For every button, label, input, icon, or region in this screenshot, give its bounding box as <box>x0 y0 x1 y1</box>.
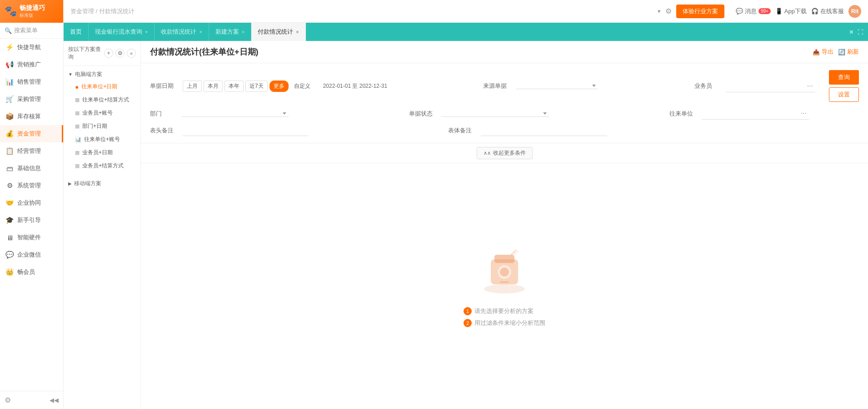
export-icon: 📤 <box>813 49 820 56</box>
query-btn[interactable]: 查询 <box>829 70 859 85</box>
sidebar-footer: ⚙ ◀◀ <box>0 391 63 409</box>
empty-state: 1 请先选择要分析的方案 2 用过滤条件来缩小分析范围 <box>141 163 868 409</box>
source-select[interactable] <box>516 83 598 89</box>
date-btn-more[interactable]: 更多 <box>269 81 289 92</box>
user-avatar[interactable]: Rit <box>848 5 861 18</box>
desktop-group-title[interactable]: ▼ 电脑端方案 <box>64 69 140 80</box>
sidebar-item-system[interactable]: ⚙ 系统管理 <box>0 177 63 194</box>
sidebar-item-cooperation[interactable]: 🤝 企业协同 <box>0 194 63 212</box>
voucher-status-select[interactable] <box>442 111 549 117</box>
scheme-item-label: 部门+日期 <box>82 122 107 130</box>
scheme-item-unit-settle[interactable]: ▦ 往来单位+结算方式 <box>64 93 140 106</box>
tip-text-2: 用过滤条件来缩小分析范围 <box>474 319 545 327</box>
filter-row-2: 部门 单据状态 往来单位 ··· <box>150 107 859 120</box>
app-download-btn[interactable]: 📱 App下载 <box>775 7 807 15</box>
sidebar-item-label: 营销推广 <box>17 61 41 69</box>
tab-receipts-stat[interactable]: 收款情况统计 × <box>155 23 209 41</box>
sidebar-item-business[interactable]: 📋 经营管理 <box>0 142 63 160</box>
scheme-item-staff-account[interactable]: ▦ 业务员+账号 <box>64 106 140 120</box>
filter-settings-btn[interactable]: 设置 <box>829 87 859 102</box>
sidebar-item-quick-nav[interactable]: ⚡ 快捷导航 <box>0 39 63 56</box>
note-body-input[interactable] <box>483 127 604 134</box>
trial-btn[interactable]: 体验行业方案 <box>676 5 724 18</box>
tab-new-plan[interactable]: 新建方案 × <box>209 23 251 41</box>
filter-row-1: 单据日期 上月 本月 本年 近7天 更多 自定义 2022-01-01 至 20… <box>150 70 859 102</box>
add-scheme-btn[interactable]: + <box>104 49 113 58</box>
guide-icon: 🎓 <box>5 216 14 224</box>
tab-new-plan-close[interactable]: × <box>242 29 244 35</box>
collapse-conditions-btn[interactable]: ∧∧ 收起更多条件 <box>477 147 533 159</box>
sidebar-item-label: 系统管理 <box>17 182 41 190</box>
scheme-item-unit-date[interactable]: ● 往来单位+日期 <box>64 80 140 93</box>
main-content: 资金管理 / 付款情况统计 ▾ ⚙ 体验行业方案 💬 消息 99+ 📱 App下… <box>64 0 868 409</box>
filter-area: 单据日期 上月 本月 本年 近7天 更多 自定义 2022-01-01 至 20… <box>141 63 868 143</box>
date-btn-this-year[interactable]: 本年 <box>224 81 244 92</box>
sidebar-item-weixin[interactable]: 💬 企业微信 <box>0 246 63 263</box>
scheme-group-desktop: ▼ 电脑端方案 ● 往来单位+日期 ▦ 往来单位+结算方式 ▦ 业务员+账号 ▦ <box>64 66 140 175</box>
tab-home[interactable]: 首页 <box>64 23 89 41</box>
tab-bank-flow[interactable]: 现金银行流水查询 × <box>89 23 155 41</box>
date-range-display: 2022-01-01 至 2022-12-31 <box>323 82 387 90</box>
tab-bank-flow-label: 现金银行流水查询 <box>95 28 142 36</box>
sidebar-item-purchase[interactable]: 🛒 采购管理 <box>0 91 63 108</box>
dept-select[interactable] <box>182 111 289 117</box>
sidebar-item-inventory[interactable]: 📦 库存核算 <box>0 108 63 125</box>
online-service-btn[interactable]: 🎧 在线客服 <box>811 7 844 15</box>
empty-illustration <box>477 246 532 302</box>
tabbar-expand-icon[interactable]: ⛶ <box>858 29 863 35</box>
sidebar-item-basic-info[interactable]: 🗃 基础信息 <box>0 160 63 177</box>
scheme-item-staff-date[interactable]: ▦ 业务员+日期 <box>64 146 140 159</box>
tab-payment-stat-close[interactable]: × <box>296 29 299 35</box>
service-label: 在线客服 <box>820 7 844 15</box>
mobile-group-title[interactable]: ▶ 移动端方案 <box>64 178 140 189</box>
partner-dots[interactable]: ··· <box>801 109 807 117</box>
mobile-group-label: 移动端方案 <box>74 180 101 187</box>
date-btn-this-month[interactable]: 本月 <box>204 81 223 92</box>
tab-payment-stat-label: 付款情况统计 <box>258 28 293 36</box>
note-head-input[interactable] <box>185 127 306 134</box>
scheme-item-dept-date[interactable]: ▦ 部门+日期 <box>64 120 140 133</box>
date-btn-last-month[interactable]: 上月 <box>183 81 202 92</box>
refresh-btn[interactable]: 🔄 刷新 <box>838 48 859 56</box>
tip-text-1: 请先选择要分析的方案 <box>474 307 534 315</box>
tab-receipts-stat-close[interactable]: × <box>199 29 202 35</box>
refresh-icon: 🔄 <box>838 49 845 56</box>
voucher-date-label: 单据日期 <box>150 82 174 90</box>
tabbar-end: ✕ ⛶ <box>844 23 868 41</box>
sidebar-item-guide[interactable]: 🎓 新手引导 <box>0 212 63 229</box>
topbar-dropdown-icon[interactable]: ▾ <box>658 8 661 15</box>
sidebar-search[interactable]: 🔍 搜索菜单 <box>0 23 63 39</box>
tab-bank-flow-close[interactable]: × <box>145 29 148 35</box>
svg-line-6 <box>511 250 516 255</box>
panel-collapse-btn[interactable]: « <box>127 49 136 58</box>
scheme-item-unit-account[interactable]: 📊 往来单位+账号 <box>64 133 140 146</box>
right-content: 付款情况统计(往来单位+日期) 📤 导出 🔄 刷新 单据日期 <box>141 41 868 409</box>
scheme-item-staff-settle[interactable]: ▦ 业务员+结算方式 <box>64 159 140 172</box>
export-btn[interactable]: 📤 导出 <box>813 48 833 56</box>
sidebar-item-vip[interactable]: 👑 畅会员 <box>0 263 63 281</box>
sidebar-collapse-icon[interactable]: ◀◀ <box>50 397 59 404</box>
sidebar-item-capital[interactable]: 💰 资金管理 <box>0 125 63 142</box>
staff-input[interactable] <box>728 82 805 89</box>
message-btn[interactable]: 💬 消息 99+ <box>736 7 771 15</box>
date-btn-custom[interactable]: 自定义 <box>290 81 314 91</box>
desktop-group-arrow: ▼ <box>68 72 73 77</box>
svg-rect-2 <box>494 255 514 263</box>
partner-input[interactable] <box>704 110 798 117</box>
sidebar-item-hardware[interactable]: 🖥 智能硬件 <box>0 229 63 246</box>
desktop-group-label: 电脑端方案 <box>75 71 102 78</box>
page-header-actions: 📤 导出 🔄 刷新 <box>813 48 859 56</box>
sidebar-item-sales[interactable]: 📊 销售管理 <box>0 73 63 91</box>
topbar-settings-icon[interactable]: ⚙ <box>665 7 672 15</box>
date-btn-last-7[interactable]: 近7天 <box>245 81 268 92</box>
service-icon: 🎧 <box>811 8 818 15</box>
scheme-settings-btn[interactable]: ⚙ <box>115 49 125 58</box>
staff-dots[interactable]: ··· <box>807 82 813 90</box>
sidebar-settings-icon[interactable]: ⚙ <box>5 396 11 404</box>
sidebar-item-label: 资金管理 <box>17 130 41 138</box>
tabbar-close-all-icon[interactable]: ✕ <box>849 29 854 35</box>
collapse-label: 收起更多条件 <box>493 149 526 157</box>
tab-payment-stat[interactable]: 付款情况统计 × <box>251 23 305 41</box>
cooperation-icon: 🤝 <box>5 199 14 207</box>
sidebar-item-marketing[interactable]: 📢 营销推广 <box>0 56 63 73</box>
